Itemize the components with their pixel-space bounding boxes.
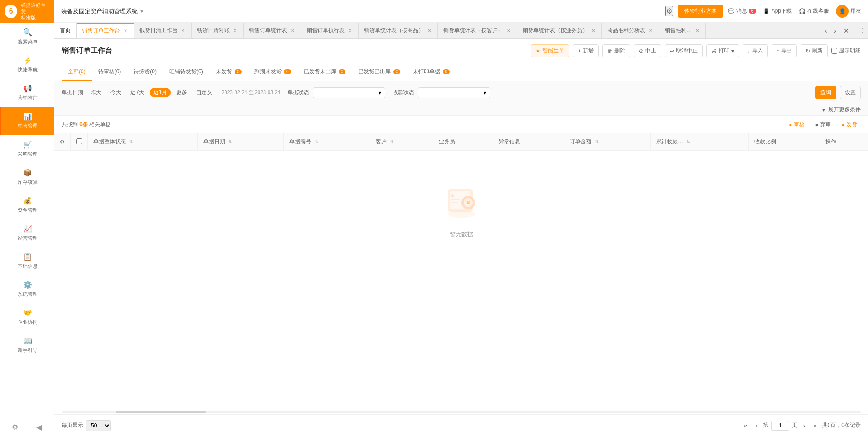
- refresh-button[interactable]: ↻ 刷新: [801, 44, 828, 57]
- date-today-button[interactable]: 今天: [107, 88, 125, 97]
- subtab-shipped-out[interactable]: 已发货已出库 0: [352, 63, 407, 81]
- payment-select[interactable]: ▾: [418, 87, 490, 98]
- sort-icon[interactable]: ⇅: [390, 139, 393, 144]
- tab-maximize-button[interactable]: ⛶: [854, 26, 865, 35]
- app-download-button[interactable]: 📱 App下载: [763, 7, 792, 15]
- tab-sales-by-customer[interactable]: 销货单统计表（按客户） ✕: [438, 23, 517, 39]
- sort-icon[interactable]: ⇅: [129, 139, 133, 144]
- scrollbar-thumb[interactable]: [116, 411, 206, 413]
- th-gear[interactable]: ⚙: [54, 133, 71, 151]
- tab-order-exec[interactable]: 销售订单执行表 ✕: [301, 23, 359, 39]
- page-number-input[interactable]: [771, 421, 789, 431]
- tab-order-stats[interactable]: 销售订单统计表 ✕: [244, 23, 301, 39]
- status-filter-label: 单据状态: [288, 89, 309, 96]
- expand-icon: ▼: [821, 107, 826, 113]
- date-yesterday-button[interactable]: 昨天: [87, 88, 105, 97]
- sidebar-item-search[interactable]: 🔍 搜索菜单: [0, 23, 54, 51]
- topbar-settings-button[interactable]: ⚙: [665, 6, 673, 16]
- audit-button[interactable]: ● 审核: [785, 119, 808, 130]
- print-button[interactable]: 🖨 打印 ▾: [706, 44, 739, 57]
- online-service-button[interactable]: 🎧 在线客服: [799, 7, 829, 15]
- date-7days-button[interactable]: 近7天: [127, 88, 148, 97]
- tab-sales-workbench[interactable]: 销售订单工作台 ✕: [77, 23, 134, 39]
- page-first-button[interactable]: «: [741, 421, 750, 430]
- tab-close-icon[interactable]: ✕: [347, 27, 353, 34]
- subtab-overdue-not-shipped[interactable]: 到期未发货 0: [248, 63, 297, 81]
- sidebar-item-system[interactable]: ⚙️ 系统管理: [0, 275, 54, 303]
- page-size-select[interactable]: 50 100 200: [86, 420, 111, 431]
- user-menu[interactable]: 👤 用友: [836, 5, 861, 18]
- sidebar-item-guide[interactable]: 📖 新手引导: [0, 331, 54, 359]
- cancel-stop-button[interactable]: ↩ 取消中止: [665, 44, 703, 57]
- sort-icon[interactable]: ⇅: [686, 139, 690, 144]
- page-prev-button[interactable]: ‹: [753, 421, 761, 430]
- sidebar-item-quicknav[interactable]: ⚡ 快捷导航: [0, 51, 54, 79]
- not-shipped-badge: 0: [235, 69, 242, 74]
- sort-icon[interactable]: ⇅: [595, 139, 599, 144]
- tab-sales-by-salesperson[interactable]: 销货单统计表（按业务员） ✕: [517, 23, 602, 39]
- date-more-button[interactable]: 更多: [173, 88, 191, 97]
- subtab-shipped-not-out[interactable]: 已发货未出库 0: [297, 63, 352, 81]
- subtab-wangpu-pending[interactable]: 旺铺待发货(0): [163, 63, 210, 81]
- tab-close-icon[interactable]: ✕: [180, 27, 186, 34]
- tab-scroll-left-button[interactable]: ‹: [822, 26, 830, 35]
- tab-scroll-right-button[interactable]: ›: [831, 26, 839, 35]
- tab-close-all-button[interactable]: ✕: [841, 26, 852, 35]
- tab-close-icon[interactable]: ✕: [506, 27, 511, 34]
- show-detail-checkbox[interactable]: [831, 48, 837, 54]
- sidebar-item-purchase[interactable]: 🛒 采购管理: [0, 135, 54, 163]
- sidebar-item-finance[interactable]: 💰 资金管理: [0, 191, 54, 219]
- smart-generate-button[interactable]: ★ 智能生单: [531, 44, 569, 57]
- tab-home[interactable]: 首页: [54, 23, 77, 39]
- tab-close-icon[interactable]: ✕: [695, 27, 700, 34]
- import-button[interactable]: ↓ 导入: [743, 44, 768, 57]
- subtab-pending-audit[interactable]: 待审核(0): [92, 63, 128, 81]
- page-next-button[interactable]: ›: [800, 421, 808, 430]
- tab-close-icon[interactable]: ✕: [427, 27, 432, 34]
- date-1month-button[interactable]: 近1月: [150, 88, 171, 97]
- sidebar-item-operation[interactable]: 📈 经营管理: [0, 219, 54, 247]
- subtab-all[interactable]: 全部(0): [62, 63, 92, 81]
- tab-close-icon[interactable]: ✕: [290, 27, 295, 34]
- ship-button[interactable]: ● 发货: [838, 119, 861, 130]
- date-custom-button[interactable]: 自定义: [192, 88, 216, 97]
- subtab-not-printed[interactable]: 未打印单据 0: [407, 63, 456, 81]
- subtab-pending-pick[interactable]: 待拣货(0): [127, 63, 163, 81]
- sidebar-item-inventory[interactable]: 📦 库存核算: [0, 163, 54, 191]
- select-all-checkbox[interactable]: [76, 138, 82, 144]
- show-detail-label[interactable]: 显示明细: [831, 47, 861, 55]
- stop-button[interactable]: ⊘ 中止: [634, 44, 661, 57]
- expand-filter-button[interactable]: ▼ 展开更多条件: [821, 106, 861, 114]
- delete-button[interactable]: 🗑 删除: [602, 44, 630, 57]
- message-button[interactable]: 💬 消息 6: [728, 7, 756, 15]
- filter-settings-button[interactable]: 设置: [840, 86, 861, 99]
- sidebar-item-marketing[interactable]: 📢 营销推广: [0, 79, 54, 107]
- query-button[interactable]: 查询: [815, 86, 836, 99]
- sidebar-settings-button[interactable]: ⚙: [5, 423, 25, 431]
- tab-gross-margin[interactable]: 商品毛利分析表 ✕: [602, 23, 659, 39]
- sidebar-item-sales[interactable]: 📊 销售管理: [0, 107, 54, 135]
- demo-button[interactable]: 体验行业方案: [678, 5, 723, 18]
- subtab-not-shipped[interactable]: 未发货 0: [210, 63, 248, 81]
- sidebar-item-collab[interactable]: 🤝 企业协同: [0, 303, 54, 331]
- export-button[interactable]: ↑ 导出: [772, 44, 797, 57]
- tab-close-icon[interactable]: ✕: [232, 27, 238, 34]
- tab-close-icon[interactable]: ✕: [590, 27, 596, 34]
- tab-sales-by-product[interactable]: 销货单统计表（按商品） ✕: [359, 23, 438, 39]
- sort-icon[interactable]: ⇅: [315, 139, 318, 144]
- status-select[interactable]: ▾: [313, 87, 385, 98]
- tab-sales-profit[interactable]: 销售毛利… ✕: [659, 23, 706, 39]
- scrollbar-track[interactable]: [62, 411, 861, 413]
- th-checkbox[interactable]: [71, 133, 88, 151]
- page-last-button[interactable]: »: [810, 421, 820, 430]
- add-button[interactable]: + 新增: [573, 44, 599, 57]
- sort-icon[interactable]: ⇅: [228, 139, 232, 144]
- tab-close-icon[interactable]: ✕: [123, 28, 128, 34]
- payment-select-value: [422, 90, 452, 96]
- sidebar-item-basic[interactable]: 📋 基础信息: [0, 247, 54, 275]
- cancel-audit-button[interactable]: ● 弃审: [812, 119, 834, 130]
- tab-daily-clear[interactable]: 钱货日清工作台 ✕: [134, 23, 192, 39]
- tab-close-icon[interactable]: ✕: [648, 27, 653, 34]
- tab-reconcile[interactable]: 钱货日清对账 ✕: [192, 23, 244, 39]
- sidebar-collapse-button[interactable]: ◀: [29, 423, 50, 431]
